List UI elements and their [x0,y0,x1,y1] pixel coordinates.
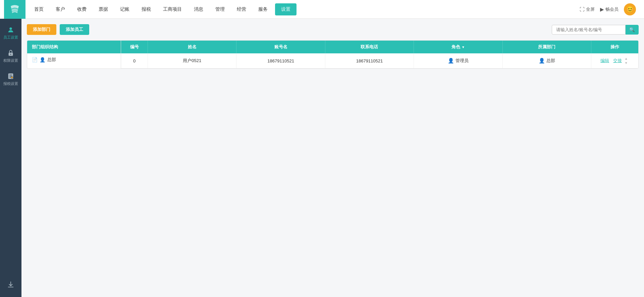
td-id: 0 [121,53,148,68]
sidebar-item-taxsetting[interactable]: 报税设置 [0,68,21,91]
main-panel: 部门组织结构 📄 👤 总部 编号 姓名 账号名 联系电话 角色 [27,40,639,69]
nav-settings[interactable]: 设置 [275,3,297,15]
th-phone: 联系电话 [325,41,414,53]
nav-tax[interactable]: 报税 [136,0,157,19]
th-account: 账号名 [236,41,325,53]
svg-point-2 [10,54,11,55]
td-account: 18679110521 [236,53,325,68]
svg-point-4 [11,77,13,79]
scroll-arrows: ▲ ▼ [623,57,629,65]
fullscreen-button[interactable]: ⛶ 全屏 [580,6,595,12]
tax-icon [7,72,14,80]
nav-message[interactable]: 消息 [188,0,209,19]
top-navigation: 首页 客户 收费 票据 记账 报税 工商项目 消息 管理 经营 服务 设置 ⛶ … [0,0,644,19]
logo-icon [9,3,21,15]
main-layout: 员工设置 权限设置 报税设置 [0,19,644,297]
add-dept-button[interactable]: 添加部门 [27,24,56,35]
search-bar: 🔍 [552,25,639,35]
th-id: 编号 [121,41,148,53]
sidebar-tax-label: 报税设置 [3,81,18,86]
td-dept: 👤 总部 [503,53,591,68]
scroll-down-icon[interactable]: ▼ [625,61,628,65]
search-input[interactable] [552,25,626,35]
nav-fee[interactable]: 收费 [71,0,93,19]
nav-right: ⛶ 全屏 ▶ 畅会员 😊 [580,3,636,15]
nav-account[interactable]: 记账 [114,0,136,19]
add-emp-button[interactable]: 添加员工 [60,24,89,35]
member-icon: ▶ [600,6,604,12]
dept-user-icon: 👤 [40,57,45,62]
sidebar-download[interactable] [4,276,17,293]
sidebar-item-permission[interactable]: 权限设置 [0,45,21,68]
dept-tree-item-label: 总部 [47,57,56,63]
download-icon [7,281,14,288]
fullscreen-icon: ⛶ [580,6,585,12]
person-icon [7,26,14,34]
logo [4,0,25,19]
dept-row-icon: 👤 [539,58,545,64]
sidebar-item-employee[interactable]: 员工设置 [0,21,21,45]
td-name: 用户0521 [148,53,236,68]
transfer-link[interactable]: 交接 [613,58,622,64]
td-role: 👤 管理员 [414,53,502,68]
sidebar-perm-label: 权限设置 [3,58,18,63]
file-icon: 📄 [32,57,38,62]
th-name: 姓名 [148,41,236,53]
search-icon: 🔍 [629,27,635,32]
sidebar-emp-label: 员工设置 [3,35,18,40]
td-dept-label: 总部 [546,58,555,64]
td-role-label: 管理员 [455,58,469,64]
table-row: 0 用户0521 18679110521 18679110521 👤 管理员 👤… [121,53,638,68]
content-area: 添加部门 添加员工 🔍 部门组织结构 📄 👤 总部 [21,19,644,297]
avatar[interactable]: 😊 [624,3,636,15]
td-phone: 18679110521 [325,53,414,68]
action-bar: 添加部门 添加员工 🔍 [27,24,639,35]
nav-operation[interactable]: 经营 [231,0,252,19]
role-user-icon: 👤 [448,58,454,64]
fullscreen-label: 全屏 [586,6,595,12]
sidebar-bottom [4,276,17,297]
nav-business[interactable]: 工商项目 [157,0,188,19]
sidebar: 员工设置 权限设置 报税设置 [0,19,21,297]
nav-invoice[interactable]: 票据 [93,0,114,19]
emp-table: 编号 姓名 账号名 联系电话 角色 ▼ 所属部门 操作 0 [121,41,638,68]
edit-link[interactable]: 编辑 [600,58,609,64]
member-label: 畅会员 [605,6,619,12]
member-button[interactable]: ▶ 畅会员 [600,6,619,12]
dept-tree-item[interactable]: 📄 👤 总部 [27,53,121,66]
nav-service[interactable]: 服务 [252,0,274,19]
table-header: 编号 姓名 账号名 联系电话 角色 ▼ 所属部门 操作 [121,41,638,53]
dept-tree-header: 部门组织结构 [27,41,121,53]
td-actions: 编辑 交接 ▲ ▼ [591,53,638,68]
th-role-label: 角色 [451,44,460,50]
nav-home[interactable]: 首页 [28,0,50,19]
dept-tree: 部门组织结构 📄 👤 总部 [27,41,121,68]
nav-items: 首页 客户 收费 票据 记账 报税 工商项目 消息 管理 经营 服务 设置 [28,0,580,19]
nav-customer[interactable]: 客户 [50,0,71,19]
scroll-up-icon[interactable]: ▲ [625,57,628,60]
lock-icon [7,49,14,57]
filter-icon: ▼ [462,45,465,49]
th-action: 操作 [591,41,638,53]
search-button[interactable]: 🔍 [626,25,639,35]
nav-manage[interactable]: 管理 [209,0,231,19]
svg-point-0 [9,28,12,30]
th-dept: 所属部门 [503,41,591,53]
th-role[interactable]: 角色 ▼ [414,41,502,53]
